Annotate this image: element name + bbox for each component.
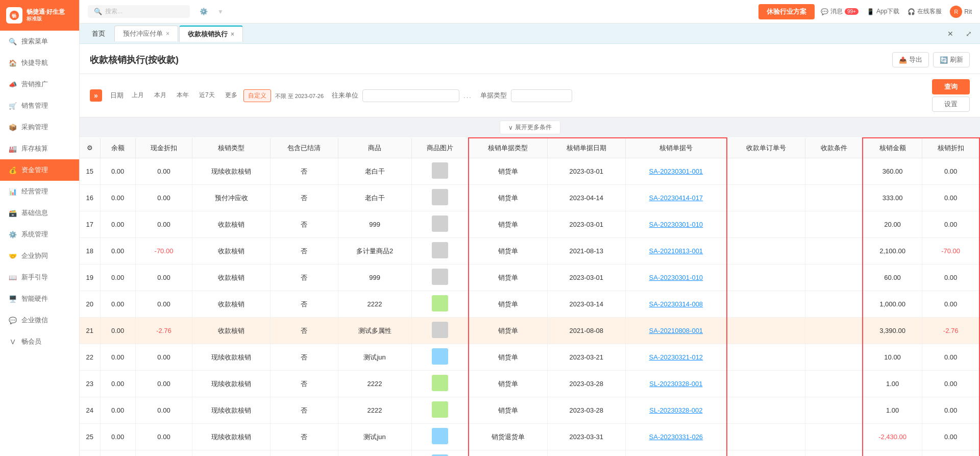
sidebar-item-operation[interactable]: 📊 经营管理 [0, 181, 79, 202]
refresh-btn[interactable]: 🔄 刷新 [933, 52, 970, 67]
filter-expand-btn[interactable]: » [90, 89, 102, 102]
close-window-btn[interactable]: ✕ [943, 27, 958, 41]
sidebar-item-sales[interactable]: 🛒 销售管理 [0, 95, 79, 116]
cell-type: 现续收款核销 [192, 424, 271, 450]
cell-amount: 1.00 [863, 397, 922, 424]
sidebar-item-guide[interactable]: 📖 新手引导 [0, 267, 79, 288]
tab-home[interactable]: 首页 [84, 26, 113, 41]
th-cash-discount: 现金折扣 [135, 138, 192, 158]
cell-included: 否 [271, 424, 338, 450]
filter-bar: » 日期 上月 本月 本年 近7天 更多 自定义 不限 至 2023-07-26… [80, 74, 980, 117]
wechat-icon: 💬 [8, 316, 17, 325]
cell-report-no: SA-20210813-001 [625, 238, 726, 265]
cell-report-no: SA-20230331-026 [625, 424, 726, 450]
table-row: 23 0.00 0.00 现续收款核销 否 2222 销货单 2023-03-2… [80, 371, 979, 397]
app-download-item[interactable]: 📱 App下载 [867, 7, 899, 16]
cell-amount: 2,100.00 [863, 238, 922, 265]
cell-condition [805, 344, 863, 371]
tab-collection[interactable]: 收款核销执行 × [179, 26, 243, 42]
last-7-days-btn[interactable]: 近7天 [195, 89, 219, 102]
sidebar-item-nav[interactable]: 🏠 快捷导航 [0, 52, 79, 74]
cell-report-type: 销货单 [469, 158, 547, 185]
sidebar-item-search[interactable]: 🔍 搜索菜单 [0, 31, 79, 52]
cell-cash-discount: 0.00 [135, 185, 192, 211]
settings-icon[interactable]: ⚙️ [196, 4, 211, 19]
expand-more-btn[interactable]: ∨ 展开更多条件 [500, 121, 560, 134]
cell-xdiscount: 0.00 [922, 424, 979, 450]
cell-id: 20 [80, 291, 100, 318]
main-area: 🔍 搜索... ⚙️ ▼ 休验行业方案 💬 消息 99+ 📱 App下载 🎧 在… [80, 0, 980, 456]
phone-icon: 📱 [867, 8, 874, 15]
sidebar-item-marketing[interactable]: 📣 营销推广 [0, 74, 79, 95]
cell-xdiscount: 0.00 [922, 344, 979, 371]
operation-icon: 📊 [8, 187, 17, 196]
message-icon: 💬 [821, 8, 828, 15]
cell-balance: 0.00 [100, 318, 135, 344]
cell-report-type: 销货单 [469, 185, 547, 211]
cell-cash-discount: 0.00 [135, 265, 192, 291]
cell-report-type: 销货单 [469, 397, 547, 424]
cell-included: 否 [271, 158, 338, 185]
cell-balance: 0.00 [100, 450, 135, 457]
cell-cash-discount: 0.00 [135, 424, 192, 450]
close-tab2-icon[interactable]: × [231, 31, 234, 38]
table-row: 21 0.00 -2.76 收款核销 否 测试多属性 销货单 2021-08-0… [80, 318, 979, 344]
message-item[interactable]: 💬 消息 99+ [821, 7, 859, 16]
table-row: 18 0.00 -70.00 收款核销 否 多计量商品2 销货单 2021-08… [80, 238, 979, 265]
sidebar-item-wechat[interactable]: 💬 企业微信 [0, 309, 79, 331]
table-row: 26 0.00 0.00 预收款核销 否 123D商品 销货单 2022-04-… [80, 450, 979, 457]
this-month-btn[interactable]: 本月 [150, 89, 170, 102]
sidebar-item-base[interactable]: 🗃️ 基础信息 [0, 202, 79, 224]
partner-input[interactable] [362, 89, 459, 102]
last-month-btn[interactable]: 上月 [128, 89, 148, 102]
cell-report-type: 销货单 [469, 450, 547, 457]
user-profile[interactable]: R Rit [950, 6, 972, 18]
online-service-item[interactable]: 🎧 在线客服 [908, 7, 942, 16]
filter-dots: ... [463, 92, 472, 100]
custom-date-btn[interactable]: 自定义 [243, 89, 271, 102]
th-order-no: 收款单订单号 [727, 138, 805, 158]
sidebar-item-finance[interactable]: 💰 资金管理 [0, 159, 79, 181]
cell-order-no [727, 158, 805, 185]
cell-report-type: 销货退货单 [469, 424, 547, 450]
cell-amount: -2,430.00 [863, 424, 922, 450]
sidebar-item-system[interactable]: ⚙️ 系统管理 [0, 224, 79, 245]
cell-balance: 0.00 [100, 291, 135, 318]
export-btn[interactable]: 📤 导出 [892, 52, 929, 67]
filter-setting-btn[interactable]: 设置 [932, 97, 970, 112]
cell-report-no: SA-20230301-010 [625, 211, 726, 238]
sidebar-item-purchase[interactable]: 📦 采购管理 [0, 116, 79, 138]
close-tab1-icon[interactable]: × [166, 30, 169, 37]
partner-filter-group: 往来单位 ... [332, 89, 472, 102]
sidebar-item-hardware[interactable]: 🖥️ 智能硬件 [0, 288, 79, 309]
cell-condition [805, 450, 863, 457]
cell-report-no: SA-20230414-017 [625, 185, 726, 211]
expand-more-bar: ∨ 展开更多条件 [80, 117, 980, 137]
cell-product-img [411, 424, 469, 450]
svg-text:畅: 畅 [12, 13, 16, 18]
sidebar-item-member[interactable]: V 畅会员 [0, 331, 79, 352]
cell-amount: 20.00 [863, 450, 922, 457]
cell-report-type: 销货单 [469, 265, 547, 291]
query-btn[interactable]: 查询 [932, 79, 970, 94]
th-discount: 核销折扣 [922, 138, 979, 158]
maximize-btn[interactable]: ⤢ [962, 27, 976, 41]
cell-id: 24 [80, 397, 100, 424]
cell-cash-discount: 0.00 [135, 397, 192, 424]
doc-type-select[interactable] [511, 89, 572, 102]
sidebar-item-enterprise[interactable]: 🤝 企业协同 [0, 245, 79, 267]
sidebar-item-warehouse[interactable]: 🏭 库存核算 [0, 138, 79, 159]
megaphone-icon: 📣 [8, 80, 17, 89]
cell-order-no [727, 344, 805, 371]
cell-cash-discount: -70.00 [135, 238, 192, 265]
this-year-btn[interactable]: 本年 [173, 89, 193, 102]
cell-report-type: 销货单 [469, 371, 547, 397]
th-report-type: 核销单据类型 [469, 138, 547, 158]
tab-prepay[interactable]: 预付冲应付单 × [114, 26, 178, 41]
th-amount: 核销金额 [863, 138, 922, 158]
industry-solution-btn[interactable]: 休验行业方案 [758, 4, 815, 19]
cell-report-no: SA-20230301-010 [625, 265, 726, 291]
th-settings[interactable]: ⚙ [80, 138, 100, 158]
more-date-btn[interactable]: 更多 [221, 89, 241, 102]
base-icon: 🗃️ [8, 208, 17, 218]
